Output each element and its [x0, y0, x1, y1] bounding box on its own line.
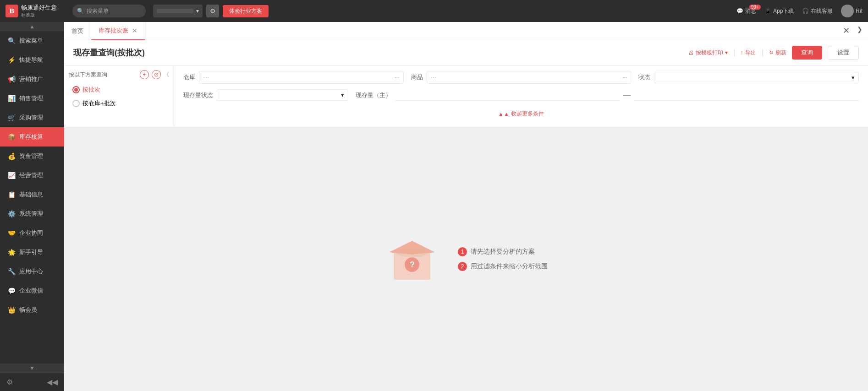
- sidebar-label-newbie: 新手引导: [19, 248, 43, 256]
- printer-icon: 🖨: [688, 49, 694, 56]
- enterprise-icon: 🤝: [7, 229, 16, 237]
- tabbar-close-icon[interactable]: ✕: [843, 26, 850, 36]
- topbar-dropdown[interactable]: ▾: [153, 5, 203, 17]
- sidebar-item-inventory[interactable]: 📦 库存核算: [0, 127, 64, 147]
- refresh-label: 刷新: [775, 49, 786, 57]
- query-button[interactable]: 查询: [792, 46, 822, 60]
- manage-plan-icon[interactable]: ⊙: [152, 70, 161, 79]
- sidebar-item-member[interactable]: 👑 畅会员: [0, 300, 64, 320]
- headset-icon: 🎧: [802, 8, 809, 14]
- filter-row-1: 仓库 ··· ··· 商品 ··· ··· 状态: [183, 71, 859, 84]
- app-center-icon: 🔧: [7, 267, 16, 276]
- refresh-button[interactable]: ↻ 刷新: [769, 49, 786, 57]
- svg-marker-1: [389, 241, 435, 255]
- tab-home[interactable]: 首页: [64, 22, 91, 40]
- gear-icon[interactable]: ⚙: [206, 5, 219, 17]
- page-actions: 🖨 按模板打印 ▾ | ↑ 导出 | ↻ 刷新 查询 设置: [688, 46, 859, 60]
- search-menu-input[interactable]: 🔍 搜索菜单: [72, 5, 146, 17]
- logo-icon: B: [5, 5, 18, 17]
- goods-more-icon[interactable]: ···: [622, 74, 627, 81]
- quick-nav-icon: ⚡: [7, 56, 16, 64]
- step-2-text: 用过滤条件来缩小分析范围: [471, 262, 548, 271]
- goods-label: 商品: [411, 73, 423, 81]
- stock-status-dropdown-icon: ▾: [341, 92, 344, 98]
- sidebar-item-search[interactable]: 🔍 搜索菜单: [0, 31, 64, 50]
- logo-sub: 标准版: [21, 12, 57, 18]
- sidebar-label-system: 系统管理: [19, 210, 43, 218]
- message-button[interactable]: 💬 消息 99+: [736, 7, 756, 15]
- newbie-icon: 🌟: [7, 248, 16, 256]
- collapse-sidebar-icon[interactable]: ◀◀: [47, 378, 58, 386]
- sidebar-label-app-center: 应用中心: [19, 267, 43, 276]
- sidebar-item-finance[interactable]: 💰 资金管理: [0, 147, 64, 166]
- tab-close-icon[interactable]: ✕: [132, 27, 137, 34]
- user-name-label: Rit: [856, 8, 863, 14]
- sidebar-item-newbie[interactable]: 🌟 新手引导: [0, 243, 64, 262]
- sidebar-item-app-center[interactable]: 🔧 应用中心: [0, 262, 64, 281]
- content-area: 首页 库存批次账 ✕ ✕ ❯ 现存量查询(按批次) 🖨 按模板打印 ▾ | ↑: [64, 22, 868, 391]
- print-dropdown-icon[interactable]: ▾: [725, 49, 728, 56]
- stock-status-select[interactable]: ▾: [217, 89, 348, 101]
- print-button[interactable]: 🖨 按模板打印 ▾: [688, 49, 728, 57]
- plan-item-warehouse-batch[interactable]: 按仓库+批次: [69, 97, 169, 110]
- app-download-button[interactable]: 📱 App下载: [764, 7, 794, 15]
- add-plan-icon[interactable]: +: [140, 70, 149, 79]
- plan-radio-empty: [72, 100, 80, 107]
- plan-item-batch[interactable]: 按批次: [69, 83, 169, 97]
- sidebar-scroll-down[interactable]: ▼: [0, 364, 64, 373]
- operations-icon: 📈: [7, 171, 16, 179]
- sidebar-item-basic-info[interactable]: 📋 基础信息: [0, 185, 64, 204]
- empty-svg: ?: [385, 232, 439, 287]
- marketing-icon: 📢: [7, 75, 16, 83]
- tab-inventory-batch[interactable]: 库存批次账 ✕: [91, 22, 145, 40]
- stock-status-label: 现存量状态: [183, 91, 213, 99]
- user-avatar[interactable]: Rit: [841, 5, 863, 17]
- step-1-text: 请先选择要分析的方案: [471, 248, 535, 256]
- print-label: 按模板打印: [696, 49, 723, 57]
- collapse-conditions-button[interactable]: ▲▲ 收起更多条件: [183, 106, 859, 121]
- tab-home-label: 首页: [71, 27, 83, 35]
- app-download-label: App下载: [773, 7, 794, 15]
- chevron-up-icon: ▲▲: [498, 111, 509, 117]
- step-1-badge: 1: [458, 247, 467, 256]
- logo-text: 畅康通好生意: [21, 4, 57, 12]
- tabbar: 首页 库存批次账 ✕ ✕ ❯: [64, 22, 868, 40]
- tabbar-scroll-icon[interactable]: ❯: [857, 26, 863, 33]
- stock-main-range: —: [395, 90, 859, 101]
- sidebar-item-purchase[interactable]: 🛒 采购管理: [0, 108, 64, 127]
- sidebar-item-operations[interactable]: 📈 经营管理: [0, 166, 64, 185]
- sidebar-item-quick-nav[interactable]: ⚡ 快捷导航: [0, 50, 64, 70]
- stock-main-max[interactable]: [634, 90, 859, 101]
- online-service-button[interactable]: 🎧 在线客服: [802, 7, 833, 15]
- message-icon: 💬: [736, 8, 743, 14]
- warehouse-value: ···: [203, 73, 391, 81]
- main-layout: ▲ 🔍 搜索菜单 ⚡ 快捷导航 📢 营销推广 📊 销售管理 🛒 采购管理: [0, 22, 868, 391]
- warehouse-more-icon[interactable]: ···: [395, 74, 400, 81]
- sidebar-item-marketing[interactable]: 📢 营销推广: [0, 70, 64, 89]
- empty-text: 1 请先选择要分析的方案 2 用过滤条件来缩小分析范围: [458, 247, 548, 271]
- basic-info-icon: 📋: [7, 190, 16, 199]
- collapse-panel-icon[interactable]: 《: [164, 71, 169, 79]
- collapse-label: 收起更多条件: [511, 110, 544, 118]
- sidebar-scroll-up[interactable]: ▲: [0, 22, 64, 31]
- settings-icon[interactable]: ⚙: [6, 378, 13, 386]
- sidebar-item-system[interactable]: ⚙️ 系统管理: [0, 204, 64, 223]
- logo: B 畅康通好生意 标准版: [5, 4, 65, 18]
- export-label: 导出: [745, 49, 756, 57]
- warehouse-input[interactable]: ··· ···: [199, 71, 404, 84]
- trial-button[interactable]: 体验行业方案: [223, 5, 269, 17]
- filter-plan-section: 按以下方案查询 + ⊙ 《 按批次 按仓库+批次: [64, 65, 174, 127]
- sidebar-item-sales[interactable]: 📊 销售管理: [0, 89, 64, 108]
- plan-label-warehouse-batch: 按仓库+批次: [82, 99, 116, 108]
- filter-goods-field: 商品 ··· ···: [411, 71, 632, 84]
- stock-main-min[interactable]: [395, 90, 620, 101]
- sidebar-item-wechat[interactable]: 💬 企业微信: [0, 281, 64, 300]
- filter-panel: 按以下方案查询 + ⊙ 《 按批次 按仓库+批次: [64, 65, 868, 127]
- setting-button[interactable]: 设置: [828, 46, 859, 60]
- goods-input[interactable]: ··· ···: [427, 71, 632, 84]
- sidebar-item-enterprise[interactable]: 🤝 企业协同: [0, 223, 64, 243]
- export-button[interactable]: ↑ 导出: [741, 49, 756, 57]
- sidebar-label-finance: 资金管理: [19, 152, 43, 160]
- svg-text:?: ?: [410, 260, 415, 269]
- status-select[interactable]: ▾: [654, 72, 859, 83]
